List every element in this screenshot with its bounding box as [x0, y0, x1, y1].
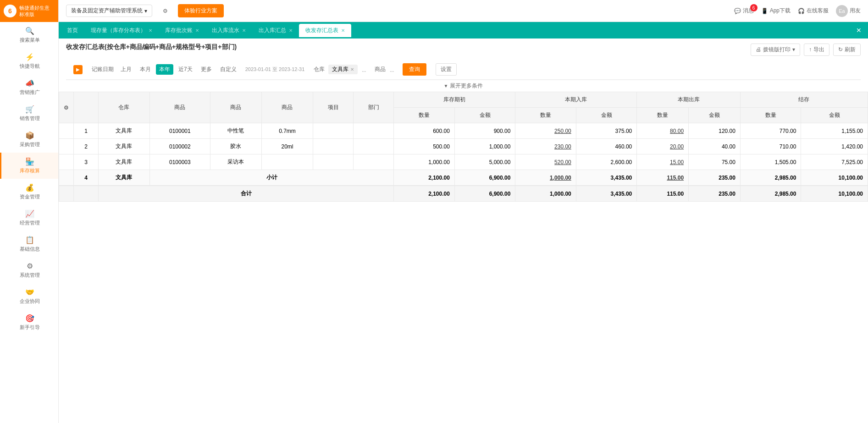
date-btn-本年[interactable]: 本年 [156, 64, 173, 75]
sidebar-label: 系统管理 [20, 272, 40, 279]
expand-conditions-btn[interactable]: ▼ 展开更多条件 [66, 80, 861, 92]
date-btn-更多[interactable]: 更多 [198, 64, 215, 75]
messages-btn[interactable]: 💬 消息 6 [734, 7, 754, 15]
tab-close-icon[interactable]: ✕ [289, 28, 293, 33]
topbar: 装备及固定资产辅助管理系统 ▾ ⚙ 体验行业方案 💬 消息 6 📱 App下载 … [59, 0, 868, 22]
row-spec: 20ml [261, 139, 313, 154]
row-project [313, 123, 354, 139]
date-btn-自定义[interactable]: 自定义 [217, 64, 240, 75]
sidebar-item-库存核算[interactable]: 🏪库存核算 [0, 153, 58, 179]
row-settings[interactable] [59, 139, 74, 154]
tab-出入库流水[interactable]: 出入库流水✕ [205, 24, 252, 37]
user-menu[interactable]: Ea 用友 [836, 5, 861, 17]
row-out-amt: 75.00 [689, 154, 741, 170]
date-btn-本月[interactable]: 本月 [137, 64, 154, 75]
row-settings[interactable] [59, 123, 74, 139]
tab-现存量（库存分布表）[interactable]: 现存量（库存分布表）✕ [84, 24, 159, 37]
row-out-qty[interactable]: 15.00 [637, 154, 689, 170]
total-open-qty: 2,100.00 [394, 186, 454, 202]
row-settings[interactable] [59, 154, 74, 170]
row-open-qty: 1,000.00 [394, 154, 454, 170]
sidebar-label: 快捷导航 [20, 63, 40, 70]
tab-bar: 首页现存量（库存分布表）✕库存批次账✕出入库流水✕出入库汇总✕收发存汇总表✕✕ [59, 22, 868, 38]
sidebar-icon: 💰 [25, 183, 34, 192]
subtotal-in-amt: 3,435.00 [576, 170, 636, 186]
row-out-qty[interactable]: 80.00 [637, 123, 689, 139]
settings-col-header[interactable]: ⚙ [59, 92, 74, 123]
export-icon: ↑ [809, 46, 812, 53]
export-button[interactable]: ↑ 导出 [804, 44, 829, 56]
sidebar-item-基础信息[interactable]: 📋基础信息 [0, 231, 58, 257]
online-service-btn[interactable]: 🎧 在线客服 [798, 7, 829, 15]
sidebar-item-营销推广[interactable]: 📣营销推广 [0, 74, 58, 100]
sidebar-icon: 🛒 [25, 105, 34, 114]
subtotal-no: 4 [74, 170, 99, 186]
experience-button[interactable]: 体验行业方案 [178, 4, 224, 17]
goods-filter-group: 商品 ... [375, 65, 393, 74]
sidebar-item-企业协同[interactable]: 🤝企业协同 [0, 283, 58, 309]
arrow-icon: ▶ [76, 67, 80, 72]
close-all-tabs-btn[interactable]: ✕ [851, 24, 866, 37]
warehouse-more-btn[interactable]: ... [361, 65, 365, 74]
tab-库存批次账[interactable]: 库存批次账✕ [159, 24, 205, 37]
subtotal-out-qty: 115.00 [637, 170, 689, 186]
sidebar-item-资金管理[interactable]: 💰资金管理 [0, 179, 58, 205]
sidebar-item-新手引导[interactable]: 🎯新手引导 [0, 309, 58, 335]
row-warehouse: 文具库 [99, 123, 149, 139]
tab-收发存汇总表[interactable]: 收发存汇总表✕ [299, 24, 351, 37]
print-icon: 🖨 [756, 46, 761, 53]
tab-首页[interactable]: 首页 [61, 24, 84, 37]
tab-出入库汇总[interactable]: 出入库汇总✕ [252, 24, 299, 37]
subtotal-out-amt: 235.00 [689, 170, 741, 186]
tab-close-icon[interactable]: ✕ [149, 28, 152, 33]
row-in-qty[interactable]: 230.00 [515, 139, 576, 154]
refresh-button[interactable]: ↻ 刷新 [833, 44, 861, 56]
query-button[interactable]: 查询 [403, 63, 426, 76]
warehouse-label: 仓库 [314, 66, 325, 73]
sidebar-label: 搜索菜单 [20, 37, 40, 44]
th-no [74, 92, 99, 123]
subtotal-open-qty: 2,100.00 [394, 170, 454, 186]
tab-close-icon[interactable]: ✕ [341, 28, 345, 33]
page-title: 收发存汇总表(按仓库+商品编码+商品+规格型号+项目+部门) [66, 43, 237, 51]
row-name: 采访本 [210, 154, 261, 170]
sidebar-item-系统管理[interactable]: ⚙系统管理 [0, 257, 58, 283]
column-settings-button[interactable]: 设置 [436, 63, 457, 76]
row-in-qty[interactable]: 520.00 [515, 154, 576, 170]
sidebar-label: 经营管理 [20, 220, 40, 226]
app-download-btn[interactable]: 📱 App下载 [761, 7, 791, 15]
date-btn-上月[interactable]: 上月 [117, 64, 135, 75]
sidebar-icon: 🎯 [25, 314, 34, 323]
warehouse-tag-close[interactable]: ✕ [350, 67, 354, 72]
sidebar-item-销售管理[interactable]: 🛒销售管理 [0, 100, 58, 126]
filter-toggle-btn[interactable]: ▶ [73, 65, 83, 74]
sidebar-item-经营管理[interactable]: 📈经营管理 [0, 205, 58, 231]
settings-icon[interactable]: ⚙ [158, 4, 172, 18]
print-button[interactable]: 🖨 拨镜版打印 ▾ [751, 44, 800, 56]
message-icon: 💬 [734, 8, 741, 14]
sidebar-icon: 🤝 [25, 288, 34, 297]
tab-close-icon[interactable]: ✕ [195, 28, 199, 33]
row-warehouse: 文具库 [99, 139, 149, 154]
row-dept [354, 139, 394, 154]
row-bal-qty: 710.00 [740, 139, 801, 154]
tab-label: 出入库流水 [212, 27, 239, 34]
system-select[interactable]: 装备及固定资产辅助管理系统 ▾ [66, 5, 152, 17]
total-row: 合计 2,100.00 6,900.00 1,000.00 3,435.00 1… [59, 186, 868, 202]
th-open-qty: 数量 [394, 108, 454, 123]
row-open-amt: 900.00 [454, 123, 515, 139]
row-out-qty[interactable]: 20.00 [637, 139, 689, 154]
sidebar-item-采购管理[interactable]: 📦采购管理 [0, 126, 58, 153]
th-in: 本期入库 [515, 92, 637, 108]
table-row: 3 文具库 0100003 采访本 1,000.00 5,000.00 520.… [59, 154, 868, 170]
sidebar-item-搜索菜单[interactable]: 🔍搜索菜单 [0, 22, 58, 48]
total-open-amt: 6,900.00 [454, 186, 515, 202]
sidebar-icon: 📈 [25, 209, 34, 218]
row-in-qty[interactable]: 250.00 [515, 123, 576, 139]
sidebar-item-快捷导航[interactable]: ⚡快捷导航 [0, 48, 58, 74]
row-spec: 0.7mm [261, 123, 313, 139]
row-in-amt: 375.00 [576, 123, 636, 139]
date-btn-近7天[interactable]: 近7天 [175, 64, 196, 75]
goods-more-btn[interactable]: ... [389, 65, 393, 74]
tab-close-icon[interactable]: ✕ [242, 28, 246, 33]
